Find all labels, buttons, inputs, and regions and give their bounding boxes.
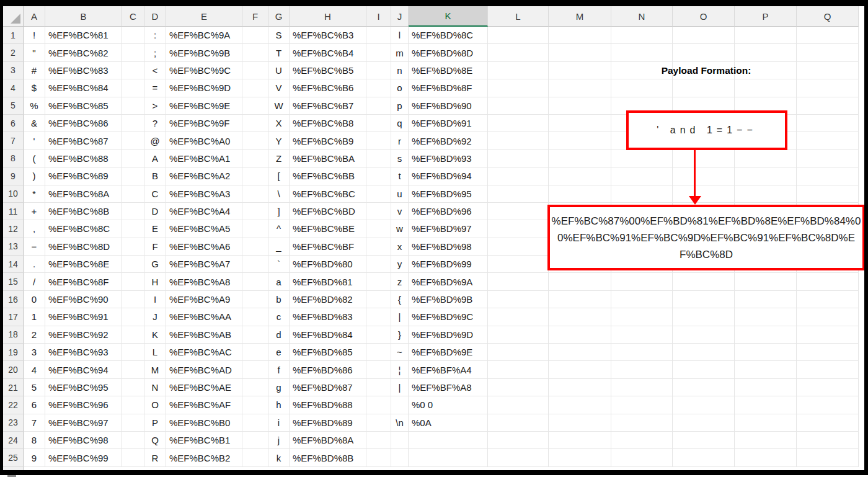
cell-P16[interactable]: [735, 291, 797, 308]
cell-E4[interactable]: %EF%BC%9D: [166, 79, 242, 97]
cell-K7[interactable]: %EF%BD%92: [409, 132, 488, 149]
cell-M2[interactable]: [549, 44, 611, 61]
cell-O15[interactable]: [673, 273, 735, 290]
cell-K2[interactable]: %EF%BD%8D: [409, 44, 488, 61]
cell-G22[interactable]: h: [268, 396, 290, 414]
cell-K21[interactable]: %EF%BF%A8: [409, 379, 488, 396]
row-header-21[interactable]: 21: [3, 379, 24, 396]
row-header-17[interactable]: 17: [3, 308, 24, 326]
cell-J10[interactable]: u: [391, 185, 409, 203]
cell-F10[interactable]: [242, 185, 268, 203]
cell-M4[interactable]: [549, 79, 611, 97]
cell-N23[interactable]: [611, 414, 673, 432]
cell-E12[interactable]: %EF%BC%A5: [166, 220, 242, 238]
cell-A17[interactable]: 1: [24, 308, 45, 326]
cell-E2[interactable]: %EF%BC%9B: [166, 44, 242, 61]
cell-H15[interactable]: %EF%BD%81: [290, 273, 366, 290]
cell-E7[interactable]: %EF%BC%A0: [166, 132, 242, 149]
cell-I9[interactable]: [366, 167, 391, 185]
cell-C9[interactable]: [122, 167, 144, 185]
cell-L11[interactable]: [488, 203, 549, 220]
col-header-G[interactable]: G: [268, 6, 290, 27]
cell-E24[interactable]: %EF%BC%B1: [166, 432, 242, 449]
cell-K1[interactable]: %EF%BD%8C: [409, 27, 488, 44]
col-header-I[interactable]: I: [366, 6, 391, 27]
cell-N17[interactable]: [611, 308, 673, 326]
cell-B10[interactable]: %EF%BC%8A: [45, 185, 122, 203]
cell-L21[interactable]: [488, 379, 549, 396]
cell-L13[interactable]: [488, 238, 549, 256]
cell-J15[interactable]: z: [391, 273, 409, 290]
cell-L3[interactable]: [488, 62, 549, 79]
cell-C16[interactable]: [122, 291, 144, 308]
cell-J1[interactable]: l: [391, 27, 409, 44]
cell-J7[interactable]: r: [391, 132, 409, 149]
cell-G17[interactable]: c: [268, 308, 290, 326]
cell-I20[interactable]: [366, 361, 391, 378]
cell-I10[interactable]: [366, 185, 391, 203]
cell-P19[interactable]: [735, 344, 797, 361]
cell-C17[interactable]: [122, 308, 144, 326]
col-header-L[interactable]: L: [488, 6, 549, 27]
cell-N22[interactable]: [611, 396, 673, 414]
cell-N15[interactable]: [611, 273, 673, 290]
cell-O19[interactable]: [673, 344, 735, 361]
row-header-2[interactable]: 2: [3, 44, 24, 61]
cell-I16[interactable]: [366, 291, 391, 308]
row-header-18[interactable]: 18: [3, 326, 24, 344]
row-header-24[interactable]: 24: [3, 432, 24, 449]
cell-I25[interactable]: [366, 449, 391, 466]
cell-D2[interactable]: ;: [144, 44, 166, 61]
cell-A24[interactable]: 8: [24, 432, 45, 449]
cell-A19[interactable]: 3: [24, 344, 45, 361]
cell-I18[interactable]: [366, 326, 391, 344]
cell-M5[interactable]: [549, 97, 611, 115]
cell-C24[interactable]: [122, 432, 144, 449]
cell-Q4[interactable]: [797, 79, 859, 97]
cell-O17[interactable]: [673, 308, 735, 326]
cell-A13[interactable]: −: [24, 238, 45, 256]
cell-N16[interactable]: [611, 291, 673, 308]
cell-G4[interactable]: V: [268, 79, 290, 97]
cell-Q10[interactable]: [797, 185, 859, 203]
cell-I17[interactable]: [366, 308, 391, 326]
cell-P18[interactable]: [735, 326, 797, 344]
cell-N25[interactable]: [611, 449, 673, 466]
cell-A1[interactable]: !: [24, 27, 45, 44]
cell-E21[interactable]: %EF%BC%AE: [166, 379, 242, 396]
cell-N1[interactable]: [611, 27, 673, 44]
cell-G5[interactable]: W: [268, 97, 290, 115]
cell-B3[interactable]: %EF%BC%83: [45, 62, 122, 79]
cell-K22[interactable]: %0 0: [409, 396, 488, 414]
cell-P15[interactable]: [735, 273, 797, 290]
cell-M20[interactable]: [549, 361, 611, 378]
cell-B16[interactable]: %EF%BC%90: [45, 291, 122, 308]
cell-A21[interactable]: 5: [24, 379, 45, 396]
cell-I15[interactable]: [366, 273, 391, 290]
cell-I8[interactable]: [366, 150, 391, 167]
cell-L17[interactable]: [488, 308, 549, 326]
cell-K17[interactable]: %EF%BD%9C: [409, 308, 488, 326]
cell-N18[interactable]: [611, 326, 673, 344]
cell-M1[interactable]: [549, 27, 611, 44]
cell-Q2[interactable]: [797, 44, 859, 61]
cell-N24[interactable]: [611, 432, 673, 449]
cell-M25[interactable]: [549, 449, 611, 466]
cell-Q25[interactable]: [797, 449, 859, 466]
cell-C14[interactable]: [122, 256, 144, 273]
cell-Q7[interactable]: [797, 132, 859, 149]
cell-D24[interactable]: Q: [144, 432, 166, 449]
cell-N19[interactable]: [611, 344, 673, 361]
row-header-16[interactable]: 16: [3, 291, 24, 308]
cell-G14[interactable]: `: [268, 256, 290, 273]
cell-J23[interactable]: \n: [391, 414, 409, 432]
cell-K6[interactable]: %EF%BD%91: [409, 115, 488, 132]
cell-G1[interactable]: S: [268, 27, 290, 44]
cell-M24[interactable]: [549, 432, 611, 449]
cell-B15[interactable]: %EF%BC%8F: [45, 273, 122, 290]
cell-Q6[interactable]: [797, 115, 859, 132]
cell-H1[interactable]: %EF%BC%B3: [290, 27, 366, 44]
cell-Q20[interactable]: [797, 361, 859, 378]
cell-P4[interactable]: [735, 79, 797, 97]
cell-C3[interactable]: [122, 62, 144, 79]
